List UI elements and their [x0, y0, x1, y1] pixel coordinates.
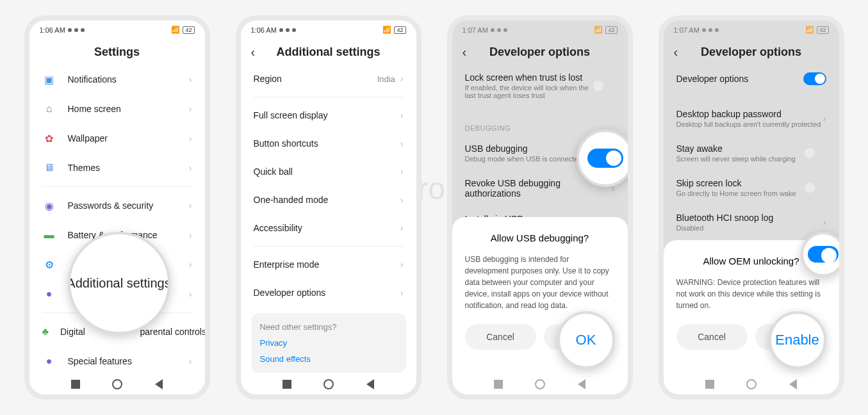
label: Skip screen lock: [676, 178, 803, 188]
nav-recents[interactable]: [705, 380, 714, 389]
link-privacy[interactable]: Privacy: [260, 338, 397, 348]
item-enterprise[interactable]: Enterprise mode›: [241, 250, 416, 279]
label: Button shortcuts: [254, 138, 400, 149]
nav-bar: [452, 379, 628, 389]
nav-home[interactable]: [323, 379, 334, 389]
enable-label: Enable: [775, 332, 819, 348]
item-special-features[interactable]: ●Special features›: [29, 346, 205, 376]
toggle-on-icon: [587, 149, 623, 168]
chevron-icon: ›: [206, 327, 209, 337]
back-button[interactable]: ‹: [463, 45, 467, 60]
nav-back[interactable]: [155, 379, 163, 389]
magnify-usb-toggle: [577, 129, 633, 187]
chevron-icon: ›: [400, 223, 404, 233]
toggle[interactable]: [592, 79, 615, 92]
item-passwords-security[interactable]: ◉Passwords & security›: [29, 191, 205, 220]
value: India: [377, 74, 395, 84]
home-icon: ⌂: [42, 102, 56, 116]
wellbeing-icon: ♣: [42, 325, 49, 339]
nav-home[interactable]: [112, 379, 122, 389]
magnify-additional-settings: Additional settings: [68, 232, 170, 334]
chevron-icon: ›: [189, 356, 192, 366]
chevron-icon: ›: [400, 195, 404, 205]
status-bar: 1:06 AM 📶42: [241, 20, 416, 39]
nav-home[interactable]: [535, 379, 545, 389]
cancel-button[interactable]: Cancel: [465, 324, 536, 350]
status-dot2: [74, 28, 78, 32]
back-button[interactable]: ‹: [674, 45, 678, 60]
header: ‹ Additional settings: [241, 39, 416, 65]
nav-back[interactable]: [366, 379, 374, 389]
status-bar: 1:06 AM 📶 42: [29, 20, 205, 39]
sub: Disabled: [676, 224, 823, 232]
back-button[interactable]: ‹: [251, 45, 256, 60]
status-signal: 📶: [382, 26, 391, 34]
notif-icon: ▣: [42, 72, 56, 86]
magnify-oem-toggle: [801, 232, 844, 277]
item-desktop-backup[interactable]: Desktop backup passwordDesktop full back…: [664, 101, 839, 136]
item-skip-lock[interactable]: Skip screen lockGo directly to Home scre…: [664, 170, 839, 205]
chevron-icon: ›: [189, 163, 192, 173]
header: ‹ Developer options: [664, 39, 839, 65]
item-region[interactable]: RegionIndia›: [241, 65, 416, 93]
sub: Desktop full backups aren't currently pr…: [676, 120, 823, 128]
label: Wallpaper: [68, 133, 189, 143]
sub: Go directly to Home screen from wake: [676, 190, 803, 197]
page-title: Developer options: [463, 45, 618, 59]
label: Bluetooth HCI snoop log: [676, 213, 823, 223]
link-sound-effects[interactable]: Sound effects: [260, 354, 397, 364]
label: Accessibility: [254, 223, 400, 233]
item-devopt-toggle[interactable]: Developer options: [664, 65, 839, 93]
additional-icon: ●: [42, 287, 56, 301]
item-fullscreen[interactable]: Full screen display›: [241, 101, 416, 129]
status-time: 1:07 AM: [463, 26, 488, 34]
dialog-usb-debugging: Allow USB debugging? USB debugging is in…: [452, 217, 628, 395]
chevron-icon: ›: [189, 259, 192, 270]
item-stay-awake[interactable]: Stay awakeScreen will never sleep while …: [664, 136, 839, 170]
themes-icon: 🖥: [42, 161, 56, 175]
label: Themes: [68, 163, 189, 173]
nav-home[interactable]: [746, 379, 757, 389]
nav-recents[interactable]: [71, 380, 80, 389]
header: Settings: [29, 39, 205, 65]
item-onehanded[interactable]: One-handed mode›: [241, 186, 416, 214]
status-dot3: [81, 28, 85, 32]
header: ‹ Developer options: [452, 39, 628, 65]
label: Region: [254, 74, 377, 84]
nav-back[interactable]: [578, 379, 585, 389]
item-notifications[interactable]: ▣Notifications›: [29, 65, 205, 94]
phone-developer-options-oem: 1:07 AM 📶42 ‹ Developer options Develope…: [659, 15, 844, 400]
chevron-icon: ›: [400, 259, 404, 270]
page-title: Developer options: [674, 45, 829, 59]
magnify-ok-button: OK: [557, 311, 615, 369]
label: Enterprise mode: [254, 259, 400, 270]
footer-box: Need other settings? Privacy Sound effec…: [251, 313, 406, 373]
nav-back[interactable]: [789, 379, 797, 389]
status-signal: 📶: [805, 26, 814, 34]
item-lockscreen-trust[interactable]: Lock screen when trust is lostIf enabled…: [452, 65, 628, 107]
sub: Screen will never sleep while charging: [676, 155, 803, 163]
page-title: Additional settings: [251, 45, 406, 59]
item-developer-options[interactable]: Developer options›: [241, 279, 416, 307]
item-themes[interactable]: 🖥Themes›: [29, 153, 205, 183]
label: Quick ball: [254, 167, 400, 177]
toggle[interactable]: [803, 181, 826, 194]
phone-settings: 1:06 AM 📶 42 Settings ▣Notifications› ⌂H…: [24, 15, 210, 400]
chevron-icon: ›: [189, 74, 192, 85]
nav-recents[interactable]: [283, 380, 291, 389]
toggle-on[interactable]: [803, 72, 826, 85]
nav-recents[interactable]: [494, 380, 503, 389]
item-quickball[interactable]: Quick ball›: [241, 158, 416, 186]
item-button-shortcuts[interactable]: Button shortcuts›: [241, 129, 416, 158]
divider: [254, 246, 404, 247]
security-icon: ◉: [42, 199, 56, 213]
status-time: 1:06 AM: [40, 26, 65, 34]
item-home-screen[interactable]: ⌂Home screen›: [29, 94, 205, 124]
chevron-icon: ›: [189, 104, 192, 114]
status-battery: 42: [817, 26, 828, 34]
item-accessibility[interactable]: Accessibility›: [241, 214, 416, 242]
chevron-icon: ›: [823, 113, 826, 124]
cancel-button[interactable]: Cancel: [676, 324, 748, 350]
toggle[interactable]: [803, 147, 826, 159]
item-wallpaper[interactable]: ✿Wallpaper›: [29, 124, 205, 153]
